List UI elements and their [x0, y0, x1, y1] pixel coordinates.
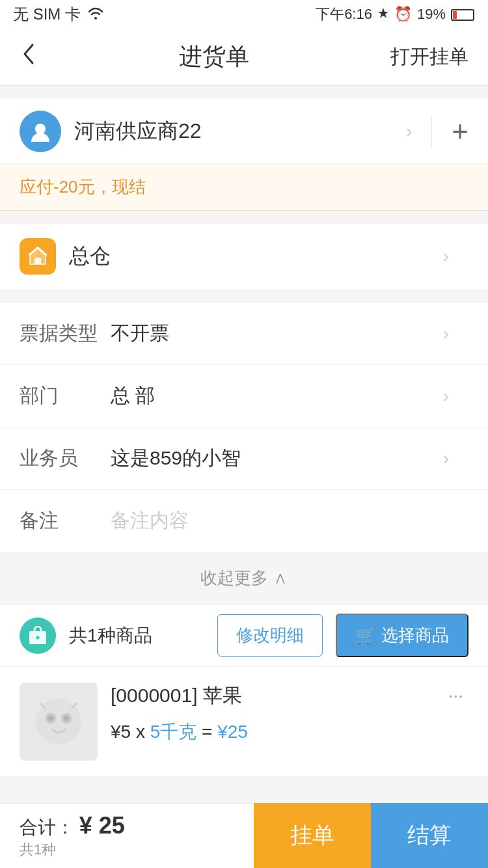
status-bar: 无 SIM 卡 下午6:16 ⏰ 19% [0, 0, 488, 29]
wifi-icon [87, 5, 104, 23]
svg-point-0 [35, 124, 46, 134]
collapse-bar[interactable]: 收起更多 ∧ [0, 552, 488, 604]
product-header: 共1种商品 修改明细 🛒 选择商品 [0, 604, 488, 666]
product-price-row: ¥5 x 5千克 = ¥25 [111, 720, 430, 744]
invoice-type-row[interactable]: 票据类型 不开票 › [0, 302, 488, 364]
collapse-label: 收起更多 ∧ [200, 567, 287, 590]
invoice-type-label: 票据类型 [20, 320, 111, 347]
department-value: 总 部 [111, 383, 443, 409]
department-row[interactable]: 部门 总 部 › [0, 364, 488, 427]
more-button[interactable]: ··· [443, 683, 468, 709]
nav-bar: 进货单 打开挂单 [0, 29, 488, 86]
checkout-button[interactable]: 结算 [371, 803, 488, 868]
product-count-label: 共1种商品 [69, 623, 204, 648]
department-label: 部门 [20, 383, 111, 409]
battery-percent: 19% [417, 6, 446, 23]
battery-icon [451, 6, 475, 23]
warehouse-chevron-icon: › [443, 246, 449, 267]
total-prefix: 合计： [20, 817, 74, 837]
select-product-button[interactable]: 🛒 选择商品 [336, 614, 468, 657]
supplier-row[interactable]: 河南供应商22 › + [0, 99, 488, 164]
salesperson-value: 这是859的小智 [111, 445, 443, 472]
warehouse-icon [20, 238, 56, 275]
gap-2 [0, 211, 488, 224]
hang-button[interactable]: 挂单 [254, 803, 371, 868]
warehouse-name: 总仓 [69, 242, 443, 271]
remarks-row[interactable]: 备注 备注内容 [0, 489, 488, 552]
department-chevron: › [443, 386, 449, 407]
hang-label: 挂单 [290, 821, 334, 850]
product-section: 共1种商品 修改明细 🛒 选择商品 [0000001] 苹果 [0, 604, 488, 776]
supplier-avatar [20, 111, 61, 152]
product-thumbnail [20, 683, 98, 761]
total-sub-label: 共1种 [20, 840, 234, 860]
product-info: [0000001] 苹果 ¥5 x 5千克 = ¥25 [111, 683, 430, 744]
bottom-bar: 合计： ¥ 25 共1种 挂单 结算 [0, 803, 488, 868]
alarm-icon: ⏰ [394, 6, 412, 23]
supplier-chevron-icon: › [406, 121, 412, 142]
salesperson-label: 业务员 [20, 445, 111, 472]
edit-detail-button[interactable]: 修改明细 [217, 614, 323, 657]
gap-1 [0, 86, 488, 99]
invoice-type-value: 不开票 [111, 320, 443, 347]
salesperson-row[interactable]: 业务员 这是859的小智 › [0, 427, 488, 489]
salesperson-chevron: › [443, 448, 449, 469]
svg-point-8 [64, 716, 69, 721]
add-button[interactable]: + [452, 117, 468, 146]
invoice-type-chevron: › [443, 323, 449, 344]
checkout-label: 结算 [407, 821, 452, 850]
multiply-sign: x [136, 722, 150, 742]
warehouse-section: 总仓 › [0, 224, 488, 289]
page-title: 进货单 [179, 41, 249, 73]
total-amount: ¥ 25 [79, 812, 125, 839]
select-product-label: 选择商品 [381, 624, 449, 647]
carrier-label: 无 SIM 卡 [13, 4, 81, 25]
status-right: 下午6:16 ⏰ 19% [316, 5, 475, 24]
product-name: [0000001] 苹果 [111, 683, 430, 709]
time-label: 下午6:16 [316, 5, 372, 24]
svg-rect-1 [34, 258, 41, 264]
product-item: [0000001] 苹果 ¥5 x 5千克 = ¥25 ··· [0, 666, 488, 776]
location-icon [377, 6, 389, 23]
remarks-placeholder: 备注内容 [111, 508, 468, 534]
notice-text: 应付-20元，现结 [20, 177, 146, 197]
product-icon [20, 617, 56, 654]
unit-price: ¥5 [111, 722, 131, 742]
svg-point-7 [48, 716, 53, 721]
product-code: [0000001] [111, 685, 197, 706]
svg-point-3 [36, 636, 40, 639]
notice-bar: 应付-20元，现结 [0, 164, 488, 211]
open-hang-button[interactable]: 打开挂单 [390, 44, 468, 70]
quantity-value: 5千克 [150, 722, 197, 742]
supplier-name: 河南供应商22 [74, 117, 406, 146]
gap-3 [0, 289, 488, 302]
back-button[interactable] [20, 40, 38, 74]
total-section: 合计： ¥ 25 共1种 [0, 803, 254, 868]
line-total: ¥25 [217, 722, 248, 742]
product-title: 苹果 [203, 685, 242, 706]
supplier-section: 河南供应商22 › + 应付-20元，现结 [0, 99, 488, 211]
vertical-divider [431, 115, 432, 148]
equals-sign: = [202, 722, 217, 742]
warehouse-row[interactable]: 总仓 › [0, 224, 488, 289]
status-left: 无 SIM 卡 [13, 4, 104, 25]
remarks-label: 备注 [20, 508, 111, 534]
total-row: 合计： ¥ 25 [20, 812, 234, 840]
cart-icon: 🛒 [355, 625, 376, 645]
form-section: 票据类型 不开票 › 部门 总 部 › 业务员 这是859的小智 › 备注 备注… [0, 302, 488, 552]
